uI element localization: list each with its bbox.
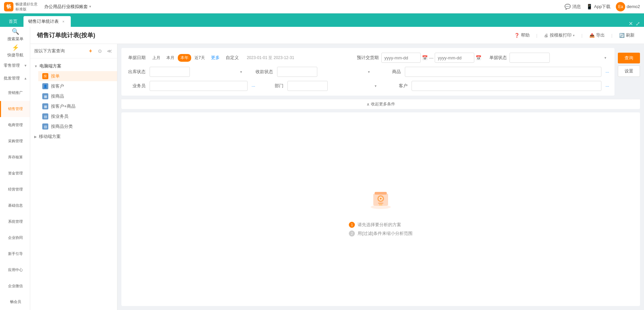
- calendar-icon-to[interactable]: 📅: [476, 55, 481, 60]
- plan-icon-by-order: 按: [42, 73, 48, 79]
- tab-active[interactable]: 销售订单统计表 ×: [23, 16, 71, 27]
- print-button[interactable]: 🖨 按模板打印 ▾: [541, 31, 577, 40]
- message-icon: 💬: [565, 4, 571, 10]
- calendar-icon-from[interactable]: 📅: [422, 55, 428, 60]
- logo-area: 畅 畅捷通好生意 标准版: [4, 2, 38, 11]
- sidebar-item-cooperation[interactable]: 企业协同: [0, 229, 30, 246]
- plan-item-by-customer-goods[interactable]: ▦ 按客户+商品: [38, 101, 117, 111]
- payment-status-label: 收款状态: [254, 69, 273, 75]
- expected-delivery-from[interactable]: [381, 53, 421, 63]
- sidebar-item-search[interactable]: 🔍 搜索菜单: [0, 27, 30, 43]
- sidebar-item-wechat[interactable]: 企业微信: [0, 278, 30, 294]
- plan-item-by-customer[interactable]: 👤 按客户: [38, 81, 117, 91]
- collapse-label: 收起更多条件: [371, 101, 395, 107]
- chevron-down-icon: ▾: [89, 4, 91, 9]
- expected-delivery-label: 预计交货期: [357, 55, 379, 61]
- desktop-plans-label: 电脑端方案: [40, 63, 61, 69]
- goods-input[interactable]: [405, 67, 602, 77]
- plan-icon-by-goods-category: ▨: [42, 123, 48, 130]
- query-button[interactable]: 查询: [618, 53, 640, 63]
- plan-item-by-goods-category[interactable]: ▨ 按商品分类: [38, 121, 117, 132]
- add-plan-button[interactable]: +: [87, 47, 94, 55]
- hint-text-1: 请先选择要分析的方案: [358, 222, 401, 228]
- sidebar-item-appcenter[interactable]: 应用中心: [0, 262, 30, 278]
- plan-item-by-order[interactable]: 按 按单: [38, 71, 117, 81]
- department-select[interactable]: [287, 81, 328, 91]
- chevron-right-icon: ▶: [34, 135, 37, 139]
- collapse-panel-button[interactable]: ≪: [106, 47, 113, 55]
- plan-item-by-goods[interactable]: ▦ 按商品: [38, 91, 117, 101]
- export-button[interactable]: 📤 导出: [587, 31, 607, 40]
- sidebar-item-wholesale[interactable]: 批发管理 ▲: [0, 72, 30, 85]
- sidebar-item-marketing[interactable]: 营销推广: [0, 85, 30, 101]
- quicknav-icon: ⚡: [12, 44, 19, 51]
- customer-input[interactable]: [412, 81, 601, 91]
- date-this-month[interactable]: 本月: [164, 54, 177, 62]
- payment-status-wrapper: [277, 67, 372, 77]
- left-panel-actions: + ⊙ ≪: [87, 47, 113, 55]
- salesperson-input[interactable]: [150, 81, 248, 91]
- refresh-button[interactable]: 🔄 刷新: [616, 31, 637, 40]
- sidebar-item-sales[interactable]: 销售管理: [0, 101, 30, 117]
- logo-icon: 畅: [4, 2, 13, 11]
- plan-icon-by-goods: ▦: [42, 93, 48, 99]
- maximize-icon[interactable]: ⤢: [636, 20, 640, 27]
- department-label: 部门: [265, 83, 283, 89]
- sidebar-item-purchase[interactable]: 采购管理: [0, 133, 30, 149]
- bill-status-select[interactable]: [509, 53, 550, 63]
- user-menu[interactable]: Ea demo2: [616, 2, 640, 11]
- expected-delivery-to[interactable]: [435, 53, 474, 63]
- help-button[interactable]: ❓ 帮助: [512, 31, 532, 40]
- tab-close-icon[interactable]: ×: [61, 19, 66, 24]
- sidebar-item-inventory[interactable]: 库存核算: [0, 149, 30, 165]
- sidebar-item-system[interactable]: 系统管理: [0, 213, 30, 229]
- top-bar-left: 畅 畅捷通好生意 标准版 办公用品行业模拟账套 ▾: [4, 2, 91, 11]
- tab-active-label: 销售订单统计表: [28, 18, 59, 24]
- date-more[interactable]: 更多: [208, 54, 222, 62]
- restore-icon[interactable]: ✕: [629, 20, 633, 27]
- sidebar-item-retail[interactable]: 零售管理 ▼: [0, 59, 30, 72]
- sidebar-item-basic[interactable]: 基础信息: [0, 197, 30, 213]
- sidebar-item-ecommerce[interactable]: 电商管理: [0, 117, 30, 133]
- delivery-status-select[interactable]: [150, 67, 190, 77]
- plan-icon-by-salesperson: ▤: [42, 113, 48, 119]
- sidebar-item-finance[interactable]: 资金管理: [0, 165, 30, 181]
- mobile-plans-group[interactable]: ▶ 移动端方案: [30, 132, 117, 142]
- desktop-plans-group[interactable]: ▼ 电脑端方案: [30, 61, 117, 71]
- breadcrumb[interactable]: 办公用品行业模拟账套 ▾: [44, 4, 91, 10]
- salesperson-picker-icon[interactable]: ···: [252, 84, 255, 89]
- chevron-down-icon: ▾: [573, 34, 575, 37]
- goods-picker-icon[interactable]: ···: [605, 69, 609, 74]
- date-custom[interactable]: 自定义: [223, 54, 241, 62]
- message-button[interactable]: 💬 消息: [565, 4, 581, 10]
- filter-row-delivery: 出库状态 收款状态: [127, 67, 609, 77]
- app-download-button[interactable]: 📱 App下载: [586, 4, 610, 10]
- date-this-year[interactable]: 本年: [178, 54, 191, 62]
- sidebar-item-newuser[interactable]: 新手引导: [0, 246, 30, 262]
- print-icon: 🖨: [544, 33, 548, 38]
- settings-plan-button[interactable]: ⊙: [96, 47, 104, 55]
- hint-text-2: 用[过滤]条件来缩小分析范围: [358, 230, 412, 237]
- collapse-bar[interactable]: ∧ 收起更多条件: [121, 99, 640, 109]
- window-controls: ✕ ⤢: [629, 20, 640, 27]
- page-header-actions: ❓ 帮助 | 🖨 按模板打印 ▾ | 📤 导出 | 🔄 刷新: [512, 31, 637, 40]
- collapse-arrow-icon: ∧: [367, 102, 370, 107]
- customer-picker-icon[interactable]: ···: [605, 84, 609, 89]
- expected-delivery-date-group: 📅 — 📅: [381, 53, 481, 63]
- hint-number-2: 2: [349, 230, 355, 237]
- plan-item-by-salesperson[interactable]: ▤ 按业务员: [38, 111, 117, 121]
- tab-home[interactable]: 首页: [4, 16, 22, 27]
- date-shortcuts: 上月 本月 本年 近7天 更多 自定义: [150, 54, 241, 62]
- plan-icon-by-customer: 👤: [42, 83, 48, 89]
- plan-list: 按 按单 👤 按客户 ▦ 按商品 ▦ 按: [30, 71, 117, 132]
- sidebar-item-quicknav[interactable]: ⚡ 快捷导航: [0, 43, 30, 59]
- sidebar-item-operations[interactable]: 经营管理: [0, 181, 30, 197]
- left-panel-header: 按以下方案查询 + ⊙ ≪: [30, 44, 117, 58]
- bill-status-wrapper: [509, 53, 609, 63]
- date-last-month[interactable]: 上月: [150, 54, 163, 62]
- settings-button[interactable]: 设置: [618, 65, 640, 77]
- sidebar-item-member[interactable]: 畅会员: [0, 294, 30, 310]
- date-last-7days[interactable]: 近7天: [192, 54, 208, 62]
- payment-status-select[interactable]: [277, 67, 317, 77]
- svg-rect-2: [375, 192, 387, 195]
